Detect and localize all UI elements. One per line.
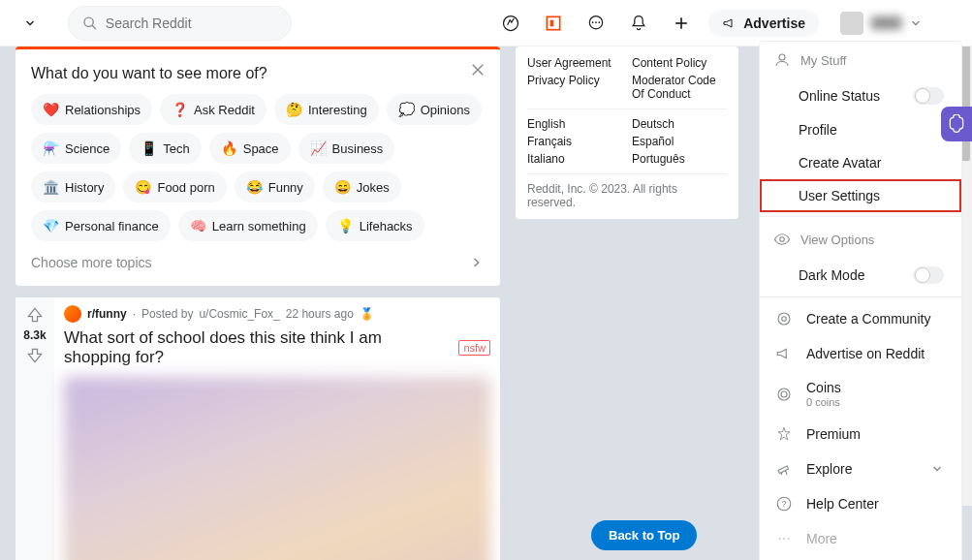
upvote-button[interactable] [25, 305, 45, 325]
menu-user-settings[interactable]: User Settings [760, 179, 961, 212]
menu-create-avatar[interactable]: Create Avatar [760, 146, 961, 179]
menu-online-status[interactable]: Online Status [760, 78, 961, 113]
chevron-down-icon [23, 16, 37, 30]
online-status-toggle[interactable] [913, 87, 944, 105]
brain-icon [947, 114, 966, 134]
topic-chip[interactable]: 😋Food porn [123, 171, 226, 202]
footer-link[interactable]: Privacy Policy [527, 74, 622, 101]
subreddit-link[interactable]: r/funny [87, 307, 127, 321]
topic-chip[interactable]: 📈Business [298, 133, 395, 164]
chat-icon[interactable] [580, 8, 611, 39]
search-input[interactable] [106, 16, 277, 31]
popular-icon[interactable] [495, 8, 526, 39]
footer-lang[interactable]: English [527, 117, 622, 131]
chip-label: Space [243, 141, 279, 156]
chip-emoji: 😋 [135, 179, 151, 195]
create-post-icon[interactable] [666, 8, 697, 39]
premium-icon [775, 425, 793, 443]
chevron-down-icon [930, 462, 944, 476]
menu-help-center[interactable]: ? Help Center [760, 486, 961, 521]
advertise-label: Advertise [743, 16, 805, 31]
notifications-icon[interactable] [623, 8, 654, 39]
topic-chip[interactable]: ⚗️Science [31, 133, 121, 164]
chip-label: Jokes [357, 180, 390, 195]
community-dropdown[interactable] [16, 13, 45, 34]
search-bar[interactable] [68, 6, 292, 41]
menu-premium[interactable]: Premium [760, 417, 961, 451]
chip-emoji: ⚗️ [43, 140, 59, 156]
eye-icon [773, 231, 791, 248]
chip-label: Tech [163, 141, 189, 156]
topic-chip[interactable]: 📱Tech [129, 133, 201, 164]
menu-more[interactable]: More [760, 521, 961, 556]
post-image[interactable] [64, 377, 490, 560]
choose-more-topics[interactable]: Choose more topics [31, 255, 485, 270]
chip-emoji: 🧠 [190, 218, 206, 233]
footer-link[interactable]: Moderator Code Of Conduct [632, 74, 727, 101]
footer-lang[interactable]: Français [527, 135, 622, 148]
megaphone-icon [775, 345, 793, 362]
topic-chip[interactable]: 💎Personal finance [31, 210, 171, 241]
menu-create-community[interactable]: Create a Community [760, 301, 961, 336]
menu-coins[interactable]: Coins 0 coins [760, 371, 961, 417]
footer-link[interactable]: Content Policy [632, 56, 727, 70]
chip-emoji: 💎 [43, 218, 59, 233]
chip-emoji: 😂 [246, 179, 263, 195]
svg-point-6 [592, 21, 594, 23]
topic-chip[interactable]: ❓Ask Reddit [160, 94, 267, 125]
topic-chip[interactable]: 😂Funny [235, 171, 315, 202]
footer-lang[interactable]: Português [632, 152, 727, 166]
menu-advertise[interactable]: Advertise on Reddit [760, 336, 961, 371]
chip-emoji: ❤️ [43, 102, 59, 117]
svg-point-8 [599, 21, 601, 23]
user-dropdown[interactable]: ████ [831, 8, 956, 39]
chip-label: Ask Reddit [194, 103, 255, 117]
vote-score: 8.3k [23, 328, 46, 342]
topic-recommendation-card: What do you want to see more of? ❤️Relat… [16, 47, 500, 286]
footer-link[interactable]: User Agreement [527, 56, 622, 70]
topic-chip[interactable]: 🔥Space [209, 133, 291, 164]
svg-point-20 [783, 538, 785, 540]
post-author[interactable]: u/Cosmic_Fox_ [199, 307, 279, 321]
topic-chip[interactable]: 💭Opinions [387, 94, 482, 125]
topic-chip[interactable]: 💡Lifehacks [326, 210, 424, 241]
chip-label: Lifehacks [360, 219, 413, 233]
vote-column: 8.3k [16, 297, 54, 560]
chip-emoji: 💭 [398, 102, 415, 117]
user-avatar [840, 12, 863, 35]
menu-divider [760, 216, 961, 217]
svg-point-2 [504, 16, 518, 30]
post-body[interactable]: r/funny · Posted by u/Cosmic_Fox_ 22 hou… [54, 297, 500, 560]
coin-icon [775, 386, 793, 403]
menu-profile[interactable]: Profile [760, 113, 961, 146]
close-button[interactable] [469, 61, 486, 78]
footer-lang[interactable]: Español [632, 135, 727, 148]
topic-chip[interactable]: 🏛️History [31, 171, 115, 202]
shield-icon[interactable] [538, 8, 569, 39]
menu-explore[interactable]: Explore [760, 451, 961, 486]
svg-line-1 [92, 24, 96, 28]
back-to-top-button[interactable]: Back to Top [591, 520, 697, 550]
award-icon[interactable]: 🏅 [360, 307, 374, 321]
svg-point-0 [84, 17, 93, 26]
chip-label: Science [65, 141, 110, 156]
menu-dark-mode[interactable]: Dark Mode [760, 258, 961, 293]
svg-point-13 [778, 313, 790, 325]
megaphone-icon [722, 16, 737, 31]
downvote-button[interactable] [25, 346, 45, 365]
topic-chip[interactable]: 🤔Interesting [274, 94, 379, 125]
subreddit-avatar[interactable] [64, 305, 81, 323]
footer-lang[interactable]: Deutsch [632, 117, 727, 131]
chip-label: Learn something [212, 219, 306, 233]
footer-lang[interactable]: Italiano [527, 152, 622, 166]
post-title: What sort of school does this site think… [64, 328, 490, 367]
topic-chip[interactable]: 😄Jokes [323, 171, 401, 202]
chip-label: Interesting [308, 103, 367, 117]
chip-label: Relationships [65, 103, 141, 117]
topic-chip[interactable]: 🧠Learn something [178, 210, 318, 241]
topic-chip[interactable]: ❤️Relationships [31, 94, 152, 125]
user-menu: My Stuff Online Status Profile Create Av… [759, 41, 962, 560]
dark-mode-toggle[interactable] [913, 266, 944, 284]
assistant-widget[interactable] [941, 107, 972, 141]
advertise-button[interactable]: Advertise [708, 10, 819, 37]
